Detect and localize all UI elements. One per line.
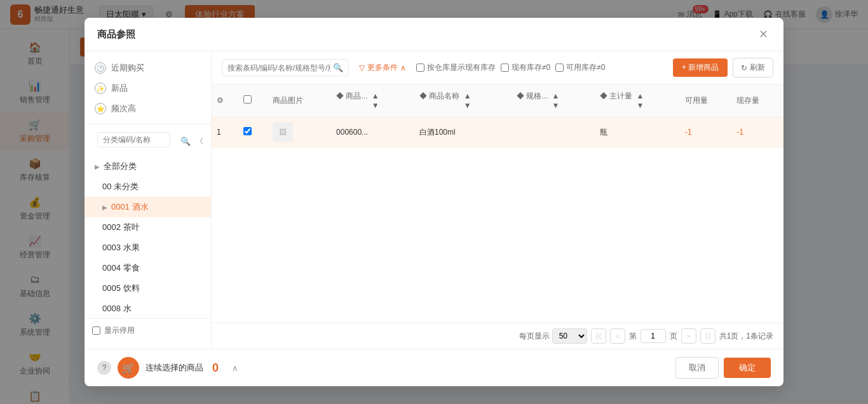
product-search-input[interactable] xyxy=(227,64,330,72)
quick-items: 🕐 近期购买 ✨ 新品 ⭐ 频次高 xyxy=(85,58,211,125)
footer-left: ? 🛒 连续选择的商品 0 ∧ xyxy=(97,357,243,379)
modal-close-button[interactable]: ✕ xyxy=(756,27,771,42)
th-name[interactable]: ◆ 商品名称 ▲▼ xyxy=(414,84,512,117)
available-nonzero-checkbox[interactable]: 可用库存≠0 xyxy=(555,62,605,73)
product-reference-modal: 商品参照 ✕ 🕐 近期购买 ✨ 新品 ⭐ xyxy=(85,18,783,386)
cancel-button[interactable]: 取消 xyxy=(675,357,719,379)
modal-footer: ? 🛒 连续选择的商品 0 ∧ 取消 确定 xyxy=(85,349,783,386)
filter-icon: ▽ xyxy=(359,64,365,72)
modal-overlay: 商品参照 ✕ 🕐 近期购买 ✨ 新品 ⭐ xyxy=(0,0,868,404)
first-page-button[interactable]: ⟨⟨ xyxy=(591,328,606,344)
cart-count: 0 xyxy=(212,361,219,375)
search-icon[interactable]: 🔍 xyxy=(180,137,191,146)
cat-label-0008: 0008 水 xyxy=(102,303,132,314)
available-nonzero-label: 可用库存≠0 xyxy=(566,62,605,73)
td-spec xyxy=(512,117,595,148)
cat-item-0002[interactable]: 0002 茶叶 xyxy=(85,217,211,238)
td-checkbox[interactable] xyxy=(238,117,267,148)
th-checkbox xyxy=(238,84,267,117)
cat-item-all[interactable]: ▶ 全部分类 xyxy=(85,156,211,177)
next-page-button[interactable]: ＞ xyxy=(681,328,696,344)
cat-item-0005[interactable]: 0005 饮料 xyxy=(85,278,211,299)
category-search-input[interactable] xyxy=(103,135,165,144)
search-icon[interactable]: 🔍 xyxy=(333,63,343,72)
cat-item-0003[interactable]: 0003 水果 xyxy=(85,238,211,258)
td-image: 🖼 xyxy=(268,117,331,148)
clock-icon: 🕐 xyxy=(95,62,106,74)
collapse-button[interactable]: 《 xyxy=(193,135,206,147)
product-search-box[interactable]: 🔍 xyxy=(222,59,349,76)
per-page-label: 每页显示 xyxy=(519,331,550,342)
quick-item-recent[interactable]: 🕐 近期购买 xyxy=(85,58,211,78)
cart-icon[interactable]: 🛒 xyxy=(118,357,139,379)
th-image: 商品图片 xyxy=(268,84,331,117)
page-label: 第 xyxy=(629,331,637,342)
arrow-icon: ▶ xyxy=(95,163,100,170)
category-tree: ▶ 全部分类 00 未分类 ▶ 0001 酒水 0002 茶叶 0003 水果 xyxy=(85,156,211,318)
cat-item-0008[interactable]: 0008 水 xyxy=(85,299,211,318)
stock-nonzero-checkbox[interactable]: 现有库存≠0 xyxy=(501,62,550,73)
cat-item-00[interactable]: 00 未分类 xyxy=(85,177,211,197)
cat-item-0004[interactable]: 0004 零食 xyxy=(85,258,211,278)
td-name: 白酒100ml xyxy=(414,117,512,148)
cat-label-0001: 0001 酒水 xyxy=(111,201,149,213)
modal-toolbar: 🔍 ▽ 更多条件 ∧ 按仓库显示现有库存 现有库存≠0 xyxy=(212,51,783,84)
cat-label-all: 全部分类 xyxy=(104,161,137,172)
product-thumbnail: 🖼 xyxy=(273,122,293,142)
image-icon: 🖼 xyxy=(279,128,287,137)
cart-collapse-button[interactable]: ∧ xyxy=(227,360,243,375)
quick-item-recent-label: 近期购买 xyxy=(111,62,144,74)
refresh-label: 刷新 xyxy=(750,62,765,73)
td-available: -1 xyxy=(680,117,731,148)
th-settings: ⚙ xyxy=(212,84,238,117)
sort-icon-name: ▲▼ xyxy=(464,91,471,110)
table-row[interactable]: 1 🖼 000600... 白酒100ml xyxy=(212,117,783,148)
per-page-dropdown[interactable]: 10 20 50 100 xyxy=(552,328,587,344)
arrow-icon-0001: ▶ xyxy=(102,204,107,211)
page-suffix: 页 xyxy=(670,331,677,342)
th-unit[interactable]: ◆ 主计量 ▲▼ xyxy=(595,84,680,117)
new-icon: ✨ xyxy=(95,83,106,94)
page-total: 共1页，1条记录 xyxy=(719,331,773,342)
cat-label-0004: 0004 零食 xyxy=(102,262,140,274)
product-table: ⚙ 商品图片 ◆ 商品... ▲▼ xyxy=(212,84,783,148)
warehouse-stock-checkbox[interactable]: 按仓库显示现有库存 xyxy=(416,62,496,73)
show-disabled-checkbox[interactable] xyxy=(92,327,100,335)
product-table-container: ⚙ 商品图片 ◆ 商品... ▲▼ xyxy=(212,84,783,323)
modal-header: 商品参照 ✕ xyxy=(85,18,783,51)
page-number-input[interactable] xyxy=(641,329,666,343)
stock-nonzero-label: 现有库存≠0 xyxy=(512,62,550,73)
cat-item-0001[interactable]: ▶ 0001 酒水 xyxy=(85,197,211,217)
help-icon[interactable]: ? xyxy=(97,361,111,375)
cart-label: 连续选择的商品 xyxy=(146,362,203,374)
cat-label-00: 00 未分类 xyxy=(102,181,139,192)
sort-icon-code: ▲▼ xyxy=(372,91,379,110)
footer-right: 取消 确定 xyxy=(675,357,771,379)
more-filter-button[interactable]: ▽ 更多条件 ∧ xyxy=(354,59,411,76)
modal-title: 商品参照 xyxy=(97,29,756,41)
th-code[interactable]: ◆ 商品... ▲▼ xyxy=(331,84,414,117)
row-checkbox[interactable] xyxy=(243,127,252,135)
confirm-button[interactable]: 确定 xyxy=(724,358,771,378)
prev-page-button[interactable]: ＜ xyxy=(610,328,625,344)
th-spec[interactable]: ◆ 规格... ▲▼ xyxy=(512,84,595,117)
quick-item-new[interactable]: ✨ 新品 xyxy=(85,78,211,98)
quick-item-frequent[interactable]: ⭐ 频次高 xyxy=(85,98,211,119)
cat-label-0002: 0002 茶叶 xyxy=(102,222,140,233)
quick-item-new-label: 新品 xyxy=(111,83,128,94)
select-all-checkbox[interactable] xyxy=(243,95,252,104)
refresh-button[interactable]: ↻ 刷新 xyxy=(733,58,773,77)
td-stock: -1 xyxy=(731,117,783,148)
table-header-row: ⚙ 商品图片 ◆ 商品... ▲▼ xyxy=(212,84,783,117)
td-unit: 瓶 xyxy=(595,117,680,148)
modal-left-panel: 🕐 近期购买 ✨ 新品 ⭐ 频次高 xyxy=(85,51,212,349)
settings-icon[interactable]: ⚙ xyxy=(217,96,224,105)
td-code: 000600... xyxy=(331,117,414,148)
last-page-button[interactable]: ⟩⟩ xyxy=(700,328,715,344)
sort-icon-spec: ▲▼ xyxy=(552,91,560,110)
modal-body: 🕐 近期购买 ✨ 新品 ⭐ 频次高 xyxy=(85,51,783,349)
per-page-select[interactable]: 每页显示 10 20 50 100 xyxy=(519,328,587,344)
category-search-box[interactable] xyxy=(97,132,170,147)
add-product-button[interactable]: + 新增商品 xyxy=(673,58,728,77)
quick-item-frequent-label: 频次高 xyxy=(111,103,136,114)
